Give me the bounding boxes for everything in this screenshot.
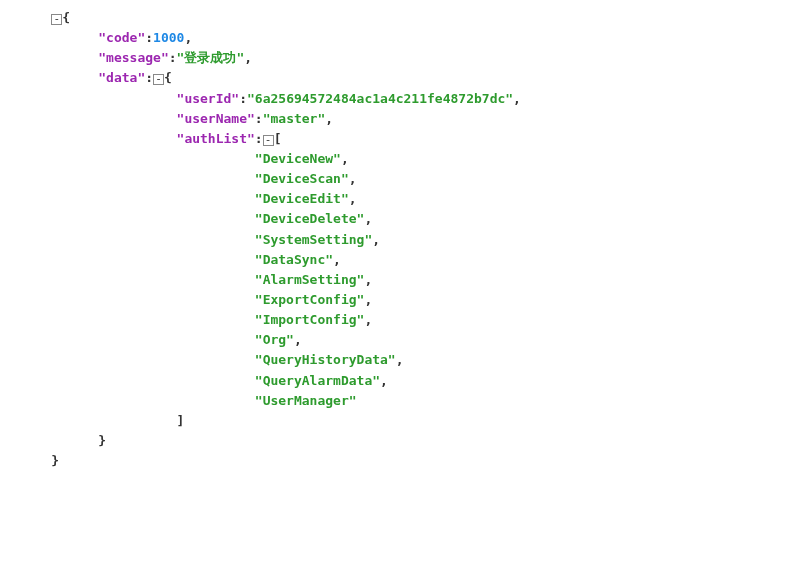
auth-list-item: "DeviceEdit", [20,189,769,209]
toggle-icon[interactable]: - [51,14,62,25]
json-row-userName: "userName":"master", [20,109,769,129]
auth-list-value: "SystemSetting" [255,232,372,247]
auth-list-item: "ExportConfig", [20,290,769,310]
auth-list-item: "QueryHistoryData", [20,350,769,370]
auth-list-items: "DeviceNew", "DeviceScan", "DeviceEdit",… [20,149,769,411]
auth-list-item: "DeviceScan", [20,169,769,189]
auth-list-value: "DeviceEdit" [255,191,349,206]
value-userName: master [270,111,317,126]
key-code: code [106,30,137,45]
json-row-message: "message":"登录成功", [20,48,769,68]
auth-list-value: "DataSync" [255,252,333,267]
auth-list-value: "AlarmSetting" [255,272,365,287]
auth-list-value: "ImportConfig" [255,312,365,327]
toggle-icon[interactable]: - [263,135,274,146]
brace-open: { [164,70,172,85]
auth-list-value: "Org" [255,332,294,347]
auth-list-value: "QueryHistoryData" [255,352,396,367]
json-row-data-close: } [20,431,769,451]
key-userName: userName [184,111,247,126]
auth-list-value: "DeviceDelete" [255,211,365,226]
auth-list-item: "QueryAlarmData", [20,371,769,391]
auth-list-value: "UserManager" [255,393,357,408]
json-row-data-open: "data":-{ [20,68,769,88]
auth-list-value: "DeviceScan" [255,171,349,186]
json-root-close: } [20,451,769,471]
bracket-close: ] [177,413,185,428]
json-row-userId: "userId":"6a25694572484ac1a4c211fe4872b7… [20,89,769,109]
value-code: 1000 [153,30,184,45]
brace-close: } [98,433,106,448]
auth-list-item: "DeviceNew", [20,149,769,169]
key-userId: userId [184,91,231,106]
value-userId: 6a25694572484ac1a4c211fe4872b7dc [255,91,505,106]
auth-list-item: "SystemSetting", [20,230,769,250]
auth-list-item: "UserManager" [20,391,769,411]
auth-list-item: "ImportConfig", [20,310,769,330]
auth-list-item: "Org", [20,330,769,350]
json-root-open: -{ [20,8,769,28]
key-data: data [106,70,137,85]
brace-open: { [62,10,70,25]
json-row-authList-open: "authList":-[ [20,129,769,149]
auth-list-value: "ExportConfig" [255,292,365,307]
json-row-code: "code":1000, [20,28,769,48]
key-authList: authList [184,131,247,146]
auth-list-value: "QueryAlarmData" [255,373,380,388]
toggle-icon[interactable]: - [153,74,164,85]
json-viewer: -{ "code":1000, "message":"登录成功", "data"… [20,8,769,471]
auth-list-item: "DeviceDelete", [20,209,769,229]
json-row-authList-close: ] [20,411,769,431]
auth-list-item: "DataSync", [20,250,769,270]
bracket-open: [ [274,131,282,146]
auth-list-value: "DeviceNew" [255,151,341,166]
auth-list-item: "AlarmSetting", [20,270,769,290]
value-message: 登录成功 [184,50,236,65]
key-message: message [106,50,161,65]
brace-close: } [51,453,59,468]
